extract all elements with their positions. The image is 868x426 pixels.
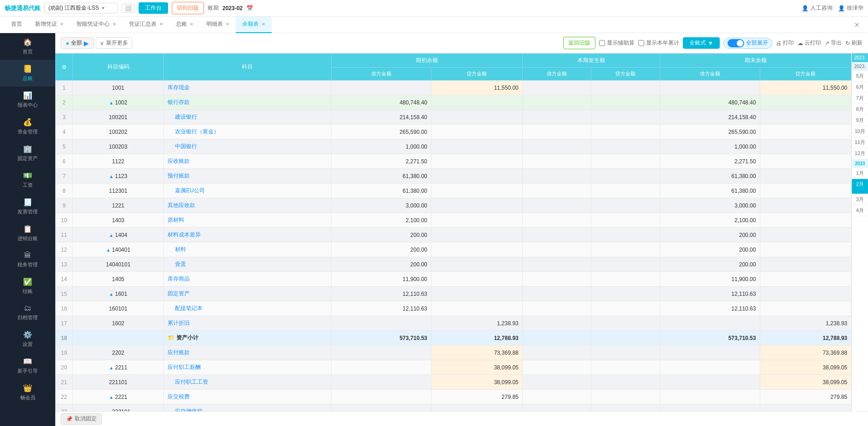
subject-link[interactable]: 应付职工工资 — [175, 379, 208, 385]
subject-link[interactable]: 银行存款 — [168, 99, 190, 105]
sidebar-item-home[interactable]: 🏠 首页 — [0, 33, 55, 60]
subject-link[interactable]: 配提笔记本 — [175, 305, 203, 311]
subject-link[interactable]: 原材料 — [168, 217, 184, 223]
copy-icon-btn[interactable]: ⬜ — [122, 4, 135, 13]
user-info[interactable]: 👤 徐泽华 — [838, 4, 863, 12]
subject-link[interactable]: 建设银行 — [175, 114, 197, 120]
subject-link[interactable]: 应交增值税 — [175, 408, 203, 411]
month-oct[interactable]: 10月 — [852, 126, 868, 137]
expand-all-switch[interactable] — [728, 39, 744, 47]
print-button[interactable]: 🖨 打印 — [776, 39, 794, 47]
subject-name-cell[interactable]: 应付职工薪酬 — [164, 360, 331, 375]
subject-link[interactable]: 库存现金 — [168, 84, 190, 91]
subject-name-cell[interactable]: 应交税费 — [164, 390, 331, 404]
month-nov[interactable]: 11月 — [852, 137, 868, 148]
subject-link[interactable]: 累计折旧 — [168, 320, 190, 326]
subject-name-cell[interactable]: 累计折旧 — [164, 316, 331, 331]
expand-all-toggle[interactable]: 全部展开 — [723, 38, 772, 49]
month-mar[interactable]: 3月 — [852, 194, 868, 205]
tab-smart-voucher[interactable]: 智能凭证中心 ✕ — [70, 17, 122, 33]
sidebar-item-assets[interactable]: 🏢 固定资产 — [0, 140, 55, 167]
subject-name-cell[interactable]: 库存现金 — [164, 81, 331, 95]
month-jul[interactable]: 7月 — [852, 93, 868, 104]
subject-link[interactable]: 壹蛋 — [175, 261, 186, 267]
show-annual-checkbox[interactable]: 显示本年累计 — [638, 39, 679, 47]
sidebar-item-archive[interactable]: 🗂 归档管理 — [0, 299, 55, 326]
sidebar-item-close[interactable]: ✅ 结账 — [0, 273, 55, 299]
subject-name-cell[interactable]: 中国银行 — [164, 139, 331, 154]
subject-link[interactable]: 农业银行（黄金） — [175, 128, 219, 135]
month-sep[interactable]: 9月 — [852, 115, 868, 126]
subject-link[interactable]: 固定资产 — [168, 290, 190, 297]
subject-name-cell[interactable]: 材料 — [164, 242, 331, 257]
annual-input[interactable] — [638, 40, 644, 46]
show-auxiliary-checkbox[interactable]: 显示辅助算 — [599, 39, 635, 47]
unfix-button[interactable]: 📌 取消固定 — [61, 413, 102, 425]
subject-link[interactable]: 中国银行 — [175, 143, 197, 150]
sidebar-item-guide[interactable]: 📖 新手引导 — [0, 352, 55, 379]
tab-ledger[interactable]: 总账 ✕ — [169, 17, 200, 33]
tab-close-new-voucher[interactable]: ✕ — [60, 22, 64, 27]
expand-more-button[interactable]: ∨ 展开更多 — [96, 37, 132, 49]
sidebar-item-fund[interactable]: 💰 资金管理 — [0, 113, 55, 140]
filter-all-button[interactable]: ● 全部 ▶ — [61, 37, 94, 49]
expand-icon[interactable]: ▲ — [109, 233, 114, 238]
switch-version-button[interactable]: 切到旧版 — [172, 2, 204, 14]
subject-link[interactable]: 其他应收款 — [168, 202, 195, 208]
subject-name-cell[interactable]: 材料成本差异 — [164, 228, 331, 242]
auxiliary-input[interactable] — [599, 40, 605, 46]
export-button[interactable]: ↗ 导出 — [825, 39, 842, 47]
subject-name-cell[interactable]: 应收账款 — [164, 154, 331, 169]
subject-link[interactable]: 应付职工薪酬 — [168, 364, 201, 370]
expand-icon[interactable]: ▲ — [109, 100, 114, 105]
month-jan[interactable]: 1月 — [852, 168, 868, 179]
tab-close-detail[interactable]: ✕ — [226, 22, 229, 27]
month-apr[interactable]: 4月 — [852, 205, 868, 216]
expand-icon[interactable]: ▲ — [109, 395, 114, 400]
subject-name-cell[interactable]: 应付账款 — [164, 345, 331, 360]
company-selector[interactable]: (劝副) 江西股金-LSS ▼ — [44, 3, 118, 13]
subject-name-cell[interactable]: 固定资产 — [164, 287, 331, 301]
sidebar-item-member[interactable]: 👑 畅会员 — [0, 379, 55, 406]
expand-icon[interactable]: ▲ — [106, 248, 111, 253]
month-aug[interactable]: 8月 — [852, 104, 868, 115]
subject-name-cell[interactable]: 嘉属EU公司 — [164, 184, 331, 198]
month-may[interactable]: 5月 — [852, 71, 868, 82]
sidebar-item-tax[interactable]: 🏛 税务管理 — [0, 247, 55, 273]
subject-link[interactable]: 应交税费 — [168, 393, 190, 400]
subject-link[interactable]: 应付账款 — [168, 349, 190, 356]
subject-name-cell[interactable]: 库存商品 — [164, 272, 331, 287]
tab-close-voucher-summary[interactable]: ✕ — [159, 22, 163, 27]
calendar-icon[interactable]: 📅 — [246, 5, 253, 12]
tab-balance[interactable]: 余额表 ✕ — [236, 17, 272, 33]
tab-close-balance[interactable]: ✕ — [262, 22, 265, 27]
tab-close-ledger[interactable]: ✕ — [190, 22, 193, 27]
expand-icon[interactable]: ▲ — [109, 174, 114, 179]
column-settings-icon[interactable]: ⚙ — [58, 61, 70, 74]
tab-close-smart-voucher[interactable]: ✕ — [112, 22, 116, 27]
month-feb[interactable]: 2月 ● — [852, 179, 868, 194]
close-all-tabs[interactable]: ✕ — [851, 21, 863, 29]
month-jun[interactable]: 6月 — [852, 82, 868, 93]
subject-name-cell[interactable]: 建设银行 — [164, 110, 331, 125]
subject-name-cell[interactable]: 应付职工工资 — [164, 375, 331, 390]
subject-link[interactable]: 应收账款 — [168, 158, 190, 164]
sidebar-item-invoice[interactable]: 🧾 发票管理 — [0, 193, 55, 220]
subject-link[interactable]: 库存商品 — [168, 276, 190, 282]
sidebar-item-ledger[interactable]: 📒 总账 — [0, 60, 55, 86]
month-dec[interactable]: 12月 — [852, 148, 868, 159]
workbench-button[interactable]: 工作台 — [139, 2, 168, 14]
subject-name-cell[interactable]: 配提笔记本 — [164, 301, 331, 316]
full-style-button[interactable]: 全账式 ▼ — [683, 37, 720, 49]
sidebar-item-payroll[interactable]: 💵 工资 — [0, 167, 55, 193]
sidebar-item-reports[interactable]: 📊 报表中心 — [0, 86, 55, 113]
subject-link[interactable]: 嘉属EU公司 — [175, 187, 205, 194]
subject-link[interactable]: 材料成本差异 — [168, 231, 201, 238]
subject-name-cell[interactable]: 原材料 — [164, 213, 331, 228]
subject-name-cell[interactable]: 预付账款 — [164, 169, 331, 184]
subject-name-cell[interactable]: 其他应收款 — [164, 198, 331, 213]
subject-name-cell[interactable]: 农业银行（黄金） — [164, 125, 331, 139]
expand-icon[interactable]: ▲ — [109, 292, 114, 297]
tab-detail[interactable]: 明细表 ✕ — [200, 17, 236, 33]
consult-button[interactable]: 👤 人工咨询 — [802, 4, 833, 12]
